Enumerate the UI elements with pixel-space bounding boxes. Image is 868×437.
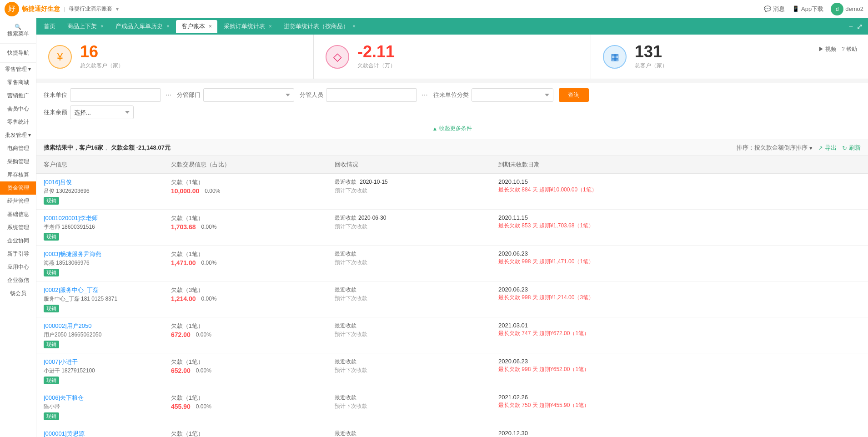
page-content: ¥ 16 总欠款客户（家） ◇ -2.11 欠款合计（万）: [36, 35, 868, 437]
sidebar-item-zero-retail-mgmt[interactable]: 零售管理 ▾: [0, 63, 36, 76]
card-1-number: 16: [80, 44, 124, 60]
sidebar-item-quicknav[interactable]: 快捷导航: [0, 45, 36, 60]
overdue-cell-4: 2021.03.01 最长欠款 747 天 超期¥672.00（1笔）: [498, 322, 861, 337]
customer-name-6[interactable]: [0006]去下粮仓: [44, 394, 84, 401]
tab-product-shelf-close[interactable]: ×: [100, 23, 104, 30]
tab-bar-maximize-icon[interactable]: ⤢: [857, 22, 863, 31]
card-money-icon: ¥: [48, 45, 72, 69]
refresh-button[interactable]: ↻ 刷新: [842, 144, 861, 152]
results-text: 搜索结果中，客户16家: [44, 144, 103, 151]
app-container: 好 畅捷通好生意 | 母婴行业演示账套 ▾ 💬 消息 📱 App下载 d dem…: [0, 0, 868, 437]
sidebar-item-app-center[interactable]: 应用中心: [0, 261, 36, 274]
filter-supplier: 往来单位 ···: [44, 88, 171, 102]
summary-cards: ¥ 16 总欠款客户（家） ◇ -2.11 欠款合计（万）: [36, 35, 868, 79]
sidebar-item-basic-info[interactable]: 基础信息: [0, 208, 36, 221]
overdue-cell-0: 2020.10.15 最长欠款 884 天 超期¥10,000.00（1笔）: [498, 178, 861, 194]
tab-bar: 首页 商品上下架 × 产成品入库单历史 × 客户账本 × 采购订单统计表 ×: [36, 18, 868, 35]
message-button[interactable]: 💬 消息: [764, 5, 785, 13]
tab-customer-account[interactable]: 客户账本 ×: [176, 20, 217, 33]
top-bar-left: 好 畅捷通好生意 | 母婴行业演示账套 ▾: [5, 2, 119, 16]
tab-bar-minimize-icon[interactable]: −: [849, 22, 853, 31]
video-button[interactable]: ▶ 视频: [818, 45, 836, 53]
export-label: 导出: [825, 144, 837, 152]
sidebar-item-enterprise-coop[interactable]: 企业协同: [0, 234, 36, 247]
tab-product-shelf-label: 商品上下架: [67, 22, 97, 30]
card-icon-3: ▦: [602, 44, 627, 70]
dropdown-icon[interactable]: ▾: [116, 6, 119, 12]
sidebar-search-button[interactable]: 🔍搜索菜单: [3, 22, 33, 40]
help-button[interactable]: ? 帮助: [842, 45, 857, 53]
sidebar-item-ecommerce[interactable]: 电商管理: [0, 142, 36, 155]
sidebar-item-batch-mgmt[interactable]: 批发管理 ▾: [0, 129, 36, 142]
sidebar-item-member-plus[interactable]: 畅会员: [0, 287, 36, 300]
tab-customer-account-label: 客户账本: [181, 22, 205, 30]
user-profile[interactable]: d demo2: [831, 3, 863, 15]
debt-amount-0[interactable]: 10,000.00: [171, 187, 199, 195]
supplier-label: 往来单位: [44, 91, 67, 99]
supplier-input[interactable]: [70, 88, 161, 102]
category-select[interactable]: [472, 88, 553, 102]
tab-purchase-order-stats[interactable]: 采购订单统计表 ×: [218, 20, 277, 33]
message-icon: 💬: [764, 5, 771, 12]
filter-balance: 往来余额 选择...: [44, 105, 134, 119]
card-3-actions: ▶ 视频 ? 帮助: [818, 44, 857, 53]
debt-amount-1[interactable]: 1,703.68: [171, 223, 196, 231]
sidebar-item-zero-retail-stats[interactable]: 零售统计: [0, 116, 36, 129]
customer-name-7[interactable]: [000001]黄思源: [44, 430, 85, 437]
search-button[interactable]: 查询: [559, 88, 589, 102]
collapse-button[interactable]: ▲ 收起更多条件: [44, 123, 861, 134]
sidebar-item-marketing[interactable]: 营销推广: [0, 89, 36, 102]
filter-dept: 分管部门: [177, 88, 294, 102]
tab-customer-account-close[interactable]: ×: [209, 23, 212, 30]
tab-purchase-order-stats-close[interactable]: ×: [269, 23, 272, 30]
debt-cell-7: 欠款（1笔） 429.000.00%: [171, 430, 335, 437]
sort-label: 排序：按欠款金额倒序排序: [737, 144, 808, 152]
debt-cell-1: 欠款（1笔） 1,703.68 0.00%: [171, 214, 335, 231]
filter-row-2: 往来余额 选择...: [44, 105, 861, 119]
sidebar-item-purchase-mgmt[interactable]: 采购管理: [0, 155, 36, 168]
card-building-icon: ▦: [603, 45, 627, 69]
app-download-button[interactable]: 📱 App下载: [792, 5, 823, 13]
sidebar-item-system[interactable]: 系统管理: [0, 221, 36, 234]
tab-product-history-close[interactable]: ×: [166, 23, 170, 30]
sort-button[interactable]: 排序：按欠款金额倒序排序 ▾: [737, 144, 813, 152]
debt-percent-0: 0.00%: [205, 188, 220, 194]
card-icon-2: ◇: [325, 44, 350, 70]
dept-select[interactable]: [203, 88, 294, 102]
table-row: [0007]小进干 小进干 18279152100 现销 欠款（1笔） 652.…: [36, 353, 868, 389]
customer-name-1[interactable]: [0001020001]李老师: [44, 215, 98, 221]
logo-icon: 好: [5, 2, 19, 16]
customer-name-2[interactable]: [0003]畅捷服务尹海燕: [44, 251, 101, 257]
quicknav-label: 快捷导航: [7, 49, 29, 57]
top-bar-right: 💬 消息 📱 App下载 d demo2: [764, 3, 863, 15]
sidebar-item-operations[interactable]: 经营管理: [0, 195, 36, 208]
sidebar-item-member-center[interactable]: 会员中心: [0, 102, 36, 116]
refresh-label: 刷新: [849, 144, 861, 152]
sidebar-item-enterprise-wechat[interactable]: 企业微信: [0, 274, 36, 287]
overdue-amount-0[interactable]: 超期¥10,000.00（1笔）: [539, 186, 597, 193]
customer-phone-1: 李老师 18600391516: [44, 223, 171, 231]
sidebar-item-zero-retail-mall[interactable]: 零售商城: [0, 76, 36, 89]
customer-name-4[interactable]: [000002]用户2050: [44, 322, 92, 329]
customer-name-5[interactable]: [0007]小进干: [44, 358, 78, 365]
tab-product-history[interactable]: 产成品入库单历史 ×: [110, 20, 175, 33]
person-input[interactable]: [326, 88, 417, 102]
customer-name-0[interactable]: [0016]吕俊: [44, 179, 72, 186]
supplier-dots[interactable]: ···: [166, 91, 171, 99]
person-dots[interactable]: ···: [421, 91, 427, 99]
sidebar-item-finance[interactable]: 资金管理: [0, 181, 36, 195]
tab-import-stats-close[interactable]: ×: [352, 23, 356, 30]
tab-home[interactable]: 首页: [38, 20, 61, 33]
collection-cell-7: 最近收款 预计下次收款: [335, 430, 498, 437]
customer-name-3[interactable]: [0002]服务中心_丁磊: [44, 286, 99, 293]
app-download-label: App下载: [801, 5, 823, 13]
tab-import-stats[interactable]: 进货单统计表（按商品） ×: [278, 20, 361, 33]
sidebar-item-inventory[interactable]: 库存核算: [0, 168, 36, 181]
customer-tag-0: 现销: [44, 197, 59, 205]
export-button[interactable]: ↗ 导出: [818, 144, 837, 152]
balance-select[interactable]: 选择...: [70, 105, 134, 119]
message-label: 消息: [773, 5, 785, 13]
tab-product-shelf[interactable]: 商品上下架 ×: [62, 20, 109, 33]
customer-cell-5: [0007]小进干 小进干 18279152100 现销: [44, 358, 171, 384]
sidebar-item-newbie[interactable]: 新手引导: [0, 247, 36, 261]
